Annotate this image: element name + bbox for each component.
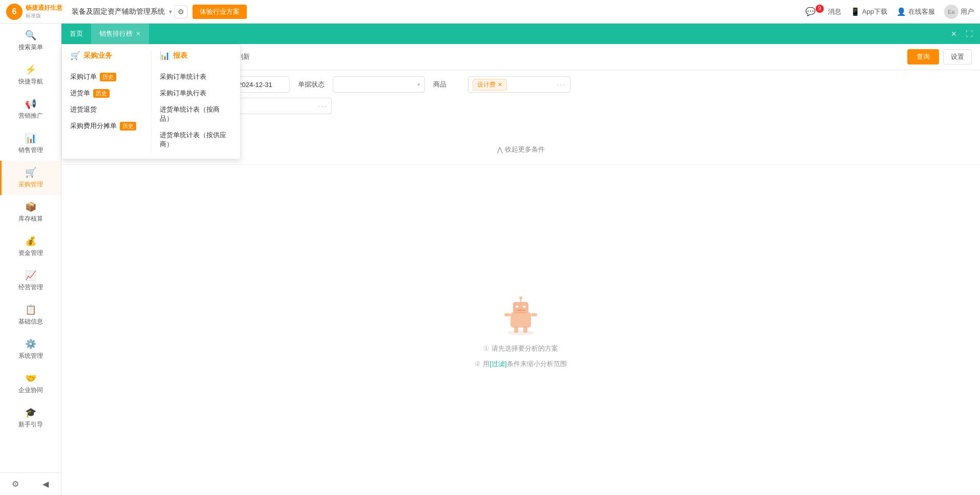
sidebar-item-search[interactable]: 🔍 搜索菜单: [0, 24, 61, 58]
tabs-bar: 首页 销售排行榜 ✕ ✕ ⛶: [61, 24, 980, 44]
sidebar-item-basics[interactable]: 📋 基础信息: [0, 298, 61, 332]
svg-point-11: [519, 296, 522, 299]
tab-sales-ranking[interactable]: 销售排行榜 ✕: [91, 24, 149, 44]
date-end-input[interactable]: 2024-12-31: [233, 76, 290, 93]
dropdown-col-reports: 📊 报表 采购订单统计表 采购订单执行表 进货单统计表（按商品） 进货单统计表（…: [151, 51, 241, 153]
settings-button[interactable]: 设置: [943, 49, 972, 64]
messages-button[interactable]: 💬 9 消息: [805, 7, 841, 16]
dropdown-item-purchase-order[interactable]: 采购订单 历史: [70, 69, 143, 85]
basics-icon: 📋: [25, 304, 36, 315]
online-service-button[interactable]: 👤 在线客服: [897, 7, 935, 16]
sidebar-item-label: 经营管理: [18, 283, 43, 292]
svg-rect-7: [531, 313, 537, 316]
goods-filter: 商品 设计费 ✕ ···: [433, 76, 570, 93]
user-name: 用户: [961, 7, 974, 16]
tab-window-maximize[interactable]: ⛶: [963, 27, 976, 40]
mobile-icon: 📱: [850, 7, 860, 16]
message-badge: 9: [816, 5, 824, 13]
system-title-text: 装备及固定资产辅助管理系统: [72, 7, 165, 16]
industry-button[interactable]: 体验行业方案: [193, 5, 247, 19]
sidebar-item-label: 采购管理: [18, 180, 43, 189]
tab-close-button[interactable]: ✕: [136, 30, 141, 37]
active-indicator: [0, 161, 2, 195]
sidebar-item-quicknav[interactable]: ⚡ 快捷导航: [0, 58, 61, 92]
system-title-area: 装备及固定资产辅助管理系统 ▾: [72, 7, 172, 16]
empty-hint-2: ② 用[过滤]条件来缩小分析范围: [475, 359, 566, 369]
goods-tag: 设计费 ✕: [473, 79, 507, 91]
salesman-more-icon[interactable]: ···: [318, 102, 327, 110]
sidebar-item-label: 营销推广: [18, 112, 43, 120]
goods-input[interactable]: 设计费 ✕ ···: [468, 76, 570, 93]
tab-home[interactable]: 首页: [61, 24, 91, 44]
dropdown-item-purchase-expense[interactable]: 采购费用分摊单 历史: [70, 118, 143, 134]
tabs-right-controls: ✕ ⛶: [947, 27, 980, 40]
dropdown-item-stock-return[interactable]: 进货退货: [70, 101, 143, 118]
sidebar-item-finance[interactable]: 💰 资金管理: [0, 229, 61, 264]
status-filter: 单据状态 ▾: [298, 76, 425, 93]
goods-more-icon[interactable]: ···: [557, 80, 566, 89]
status-chevron-icon: ▾: [417, 81, 420, 88]
dropdown-item-order-stats[interactable]: 采购订单统计表: [160, 69, 232, 85]
sales-icon: 📊: [25, 133, 36, 144]
dropdown-col-reports-title: 📊 报表: [160, 51, 232, 63]
svg-rect-6: [504, 313, 510, 316]
purchase-col-icon: 🛒: [70, 51, 80, 60]
query-button[interactable]: 查询: [907, 49, 939, 64]
sidebar-item-purchase[interactable]: 🛒 采购管理: [0, 161, 61, 195]
user-profile-button[interactable]: Ea 用户: [944, 5, 974, 19]
empty-hint-1: ① 请先选择要分析的方案: [483, 344, 558, 353]
sidebar-item-operations[interactable]: 📈 经营管理: [0, 264, 61, 298]
svg-rect-2: [513, 302, 528, 313]
system-title-chevron[interactable]: ▾: [169, 8, 172, 15]
app-download-button[interactable]: 📱 App下载: [850, 7, 887, 16]
sidebar-item-system[interactable]: ⚙️ 系统管理: [0, 332, 61, 367]
marketing-icon: 📢: [25, 98, 36, 110]
service-icon: 👤: [897, 7, 906, 16]
sidebar-item-label: 搜索菜单: [18, 43, 43, 52]
dropdown-item-stock-stats-goods[interactable]: 进货单统计表（按商品）: [160, 101, 232, 127]
system-icon: ⚙️: [25, 338, 36, 350]
sidebar-collapse-button[interactable]: ◀: [31, 473, 61, 495]
settings-gear-button[interactable]: ⚙: [174, 5, 187, 18]
logo-text: 畅捷通好生意 标准版: [26, 4, 62, 19]
header-right: 💬 9 消息 📱 App下载 👤 在线客服 Ea 用户: [805, 5, 974, 19]
message-icon: 💬: [805, 7, 816, 16]
sidebar-item-sales[interactable]: 📊 销售管理: [0, 126, 61, 161]
top-header: 6 畅捷通好生意 标准版 装备及固定资产辅助管理系统 ▾ ⚙ 体验行业方案 💬 …: [0, 0, 980, 24]
sidebar-item-collab[interactable]: 🤝 企业协同: [0, 367, 61, 401]
collab-icon: 🤝: [25, 373, 36, 384]
history-badge-1: 历史: [93, 89, 110, 98]
status-selector[interactable]: ▾: [333, 76, 425, 93]
tab-window-close[interactable]: ✕: [947, 27, 961, 40]
status-label: 单据状态: [298, 80, 329, 89]
logo-area: 6 畅捷通好生意 标准版: [6, 4, 68, 20]
search-icon: 🔍: [25, 30, 36, 41]
sidebar-item-label: 新手引导: [18, 420, 43, 429]
sidebar-item-label: 库存核算: [18, 214, 43, 223]
empty-state: ① 请先选择要分析的方案 ② 用[过滤]条件来缩小分析范围: [61, 165, 980, 495]
salesman-input[interactable]: ···: [240, 98, 332, 114]
avatar: Ea: [944, 5, 958, 19]
svg-rect-8: [514, 327, 518, 333]
svg-rect-3: [516, 306, 519, 308]
dropdown-item-stock-stats-supplier[interactable]: 进货单统计表（按供应商）: [160, 127, 232, 153]
sidebar-item-marketing[interactable]: 📢 营销推广: [0, 92, 61, 126]
history-badge-0: 历史: [100, 73, 116, 81]
goods-tag-close[interactable]: ✕: [498, 81, 502, 88]
sidebar-item-guide[interactable]: 🎓 新手引导: [0, 401, 61, 435]
sidebar-settings-button[interactable]: ⚙: [0, 473, 31, 495]
dropdown-item-order-exec[interactable]: 采购订单执行表: [160, 85, 232, 101]
svg-rect-9: [523, 327, 527, 333]
svg-rect-4: [523, 306, 526, 308]
sidebar-bottom: ⚙ ◀: [0, 472, 61, 495]
svg-rect-5: [517, 310, 525, 311]
inventory-icon: 📦: [25, 201, 36, 212]
dropdown-col-purchase: 🛒 采购业务 采购订单 历史 进货单 历史 进货退货 采购费用分摊单 历史: [62, 51, 151, 153]
sidebar-item-label: 系统管理: [18, 352, 43, 360]
toolbar-right: 查询 设置: [907, 49, 972, 64]
sidebar-item-inventory[interactable]: 📦 库存核算: [0, 195, 61, 229]
sidebar-item-label: 资金管理: [18, 249, 43, 257]
goods-label: 商品: [433, 80, 464, 89]
dropdown-item-stock-in[interactable]: 进货单 历史: [70, 85, 143, 101]
history-badge-3: 历史: [120, 122, 136, 131]
